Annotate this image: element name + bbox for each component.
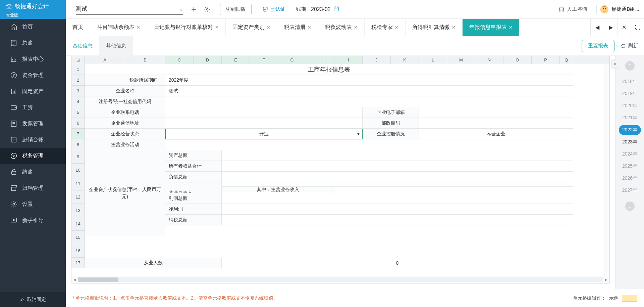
menu-closing[interactable]: 结账 xyxy=(0,164,66,180)
cell[interactable]: 测试 xyxy=(165,86,573,96)
year-item-active[interactable]: 2022年 xyxy=(619,125,641,135)
cell[interactable]: 利润总额 xyxy=(165,193,222,204)
year-up-button[interactable]: ⌃ xyxy=(625,61,635,71)
column-header[interactable]: P xyxy=(532,56,560,64)
cell[interactable] xyxy=(165,107,363,118)
cell[interactable]: 工商年报信息表 xyxy=(85,64,573,75)
cell[interactable]: 主营业务活动 xyxy=(85,139,165,150)
cell[interactable]: 纳税总额 xyxy=(165,215,222,225)
horizontal-scrollbar[interactable]: ◀ ▶ xyxy=(71,276,609,283)
column-header[interactable]: Q xyxy=(560,56,573,64)
column-header[interactable]: D xyxy=(194,56,222,64)
column-header[interactable]: I xyxy=(334,56,363,64)
cell[interactable] xyxy=(165,118,363,129)
row-header[interactable]: 16 xyxy=(71,244,85,258)
refresh-button[interactable]: 刷新 xyxy=(621,40,638,52)
row-header[interactable]: 6 xyxy=(71,118,85,129)
row-header[interactable]: 2 xyxy=(71,75,85,86)
cell[interactable] xyxy=(419,118,573,129)
row-header[interactable]: 1 xyxy=(71,64,85,75)
row-header[interactable]: 9 xyxy=(71,150,85,164)
close-icon[interactable]: ✕ xyxy=(137,25,140,30)
column-header[interactable]: M xyxy=(447,56,475,64)
cell[interactable] xyxy=(222,193,573,204)
settings-button[interactable] xyxy=(201,3,214,16)
cell[interactable] xyxy=(165,96,573,107)
tabs-fullscreen[interactable]: ⛶ xyxy=(631,19,644,36)
column-header[interactable]: N xyxy=(475,56,503,64)
cell[interactable] xyxy=(222,172,573,182)
year-item[interactable]: 2020年 xyxy=(619,101,641,111)
close-icon[interactable]: ✕ xyxy=(308,25,311,30)
close-icon[interactable]: ✕ xyxy=(215,25,219,30)
column-header[interactable]: H xyxy=(306,56,334,64)
column-header[interactable]: J xyxy=(363,56,391,64)
cell[interactable] xyxy=(222,182,573,187)
row-header[interactable]: 15 xyxy=(71,231,85,244)
row-header[interactable]: 10 xyxy=(71,164,85,177)
close-icon[interactable]: ✕ xyxy=(509,25,513,30)
row-header[interactable]: 8 xyxy=(71,139,85,150)
cell[interactable]: 企业名称 xyxy=(85,86,165,96)
scroll-right-icon[interactable]: ▶ xyxy=(603,278,609,281)
menu-settings[interactable]: 设置 xyxy=(0,196,66,212)
tab-tax-list[interactable]: 税表清册✕ xyxy=(277,19,318,36)
close-icon[interactable]: ✕ xyxy=(354,25,358,30)
reset-report-button[interactable]: 重置报表 xyxy=(582,40,614,52)
scroll-thumb[interactable] xyxy=(78,277,118,282)
tabs-prev[interactable]: ◀ xyxy=(590,19,604,36)
sidebar-pin-toggle[interactable]: 取消固定 xyxy=(0,292,66,307)
year-item[interactable]: 2021年 xyxy=(619,113,641,123)
switch-old-version-button[interactable]: 切到旧版 xyxy=(220,4,252,15)
row-header[interactable]: 17 xyxy=(71,258,85,268)
column-header[interactable]: F xyxy=(250,56,278,64)
tab-annual-report[interactable]: 年报信息申报表✕ xyxy=(463,19,520,36)
cell[interactable]: 所有者权益合计 xyxy=(165,161,222,172)
cell[interactable] xyxy=(334,187,573,193)
company-selector[interactable]: 测试 ⌄ xyxy=(76,4,183,15)
support-button[interactable]: 人工咨询 xyxy=(558,6,587,13)
cell[interactable]: 企业通信地址 xyxy=(85,118,165,129)
cell[interactable]: 0 xyxy=(222,258,573,268)
column-header[interactable]: C xyxy=(165,56,194,64)
tab-tax-expert[interactable]: 税检专家✕ xyxy=(365,19,406,36)
cell[interactable]: 2022年度 xyxy=(165,75,573,86)
year-item[interactable]: 2023年 xyxy=(619,137,641,147)
menu-reports[interactable]: 报表中心 xyxy=(0,51,66,67)
cell[interactable]: 资产总额 xyxy=(165,150,222,161)
add-button[interactable] xyxy=(187,3,201,16)
cell[interactable] xyxy=(222,204,573,215)
spreadsheet[interactable]: ABCDEFGHIJKLMNOPQ 1工商年报信息表2税款所属期间：2022年度… xyxy=(71,56,610,283)
row-header[interactable]: 13 xyxy=(71,204,85,217)
tab-income-tax[interactable]: 所得税汇算清缴✕ xyxy=(406,19,463,36)
tab-tax-fluct[interactable]: 税负波动表✕ xyxy=(318,19,365,36)
column-header[interactable]: G xyxy=(278,56,306,64)
sub-tab-other[interactable]: 其他信息 xyxy=(99,36,133,55)
cell[interactable]: 私营企业 xyxy=(419,129,573,139)
menu-archive[interactable]: 归档管理 xyxy=(0,180,66,196)
close-icon[interactable]: ✕ xyxy=(395,25,398,30)
year-item[interactable]: 2026年 xyxy=(619,173,641,183)
vertical-scrollbar[interactable] xyxy=(604,64,609,276)
tab-home[interactable]: 首页 xyxy=(66,19,90,36)
menu-funds[interactable]: 资金管理 xyxy=(0,67,66,83)
cell[interactable]: 从业人数 xyxy=(85,258,222,268)
user-menu[interactable]: 畅捷通B组... xyxy=(600,5,639,14)
close-icon[interactable]: ✕ xyxy=(452,25,455,30)
cell[interactable] xyxy=(165,139,573,150)
row-header[interactable]: 3 xyxy=(71,86,85,96)
year-down-button[interactable]: ⌄ xyxy=(625,202,635,211)
scroll-track[interactable] xyxy=(78,277,603,282)
cell[interactable]: 开业▼ xyxy=(165,129,363,139)
year-item[interactable]: 2019年 xyxy=(619,89,641,99)
cell[interactable]: 负债总额 xyxy=(165,172,222,182)
close-icon[interactable]: ✕ xyxy=(267,25,270,30)
column-header[interactable]: A xyxy=(85,56,125,64)
menu-ledger[interactable]: 总账 xyxy=(0,35,66,51)
year-item[interactable]: 2025年 xyxy=(619,161,641,171)
cell[interactable] xyxy=(222,215,573,225)
tabs-next[interactable]: ▶ xyxy=(604,19,617,36)
select-all-corner[interactable] xyxy=(71,56,85,64)
sub-tab-basic[interactable]: 基础信息 xyxy=(66,36,99,55)
period-picker[interactable] xyxy=(333,6,339,13)
